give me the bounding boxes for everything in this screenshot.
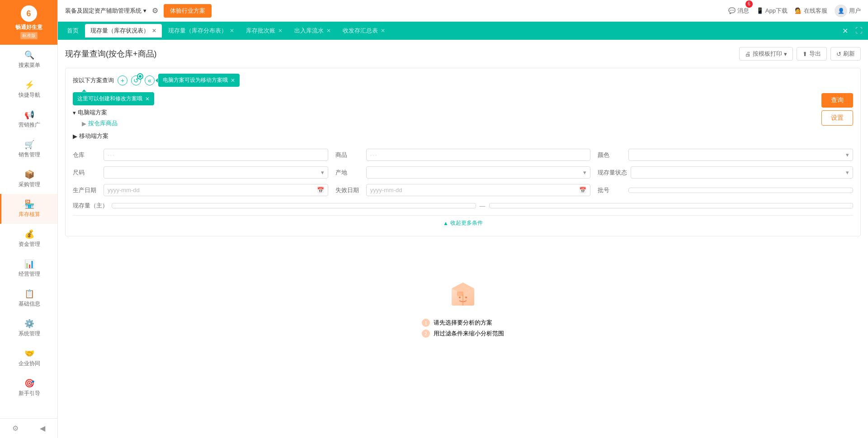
sidebar-item-guide[interactable]: 🎯 新手引导	[0, 373, 57, 403]
sidebar-item-marketing[interactable]: 📢 营销推广	[0, 104, 57, 134]
tab-inventory-distribution[interactable]: 现存量（库存分布表） ✕	[163, 24, 240, 38]
filter-fields: 仓库 ··· 商品 ··· 颜色	[73, 149, 853, 210]
print-icon: 🖨	[745, 51, 751, 57]
filter-field-size: 尺码 ▾	[73, 166, 328, 179]
app-download-button[interactable]: 📱 App下载	[756, 7, 788, 15]
production-date-input[interactable]: yyyy-mm-dd 📅	[104, 184, 328, 196]
settings-button[interactable]: ⚙	[9, 422, 22, 434]
sidebar-item-finance[interactable]: 💰 资金管理	[0, 224, 57, 254]
online-service-label: 在线客服	[804, 7, 827, 15]
expiry-date-input[interactable]: yyyy-mm-dd 📅	[366, 184, 591, 196]
content: 现存量查询(按仓库+商品) 🖨 按模板打印 ▾ ⬆ 导出 ↺ 刷新	[58, 40, 868, 438]
sidebar-item-inventory[interactable]: 🏪 库存核算	[0, 194, 57, 224]
sidebar-item-label-enterprise: 企业协同	[19, 360, 40, 367]
origin-select[interactable]: ▾	[366, 166, 591, 179]
tab-inventory-status[interactable]: 现存量（库存状况表） ✕	[85, 24, 162, 38]
print-label: 按模板打印	[753, 50, 782, 58]
settings-icon[interactable]: ⚙	[152, 6, 158, 15]
tab-close-summary[interactable]: ✕	[381, 28, 385, 34]
message-icon: 💬	[728, 7, 736, 14]
messages-button[interactable]: 💬 6 消息	[728, 7, 749, 15]
filter-refresh-button[interactable]: ↺	[131, 75, 141, 85]
operations-icon: 📊	[24, 259, 34, 269]
sidebar-item-basic-info[interactable]: 📋 基础信息	[0, 283, 57, 313]
filter-add-button[interactable]: +	[118, 75, 127, 85]
sidebar-bottom: ⚙ ◀	[0, 418, 57, 438]
size-select[interactable]: ▾	[104, 166, 328, 179]
sidebar-item-label-basic: 基础信息	[19, 300, 40, 308]
template-print-button[interactable]: 🖨 按模板打印 ▾	[739, 47, 793, 61]
sidebar-item-label-quicknav: 快捷导航	[19, 91, 40, 99]
chevron-down-icon: ▾	[73, 109, 76, 116]
filter-section: 按以下方案查询 + ↺ « 电脑方案可设为移动方案哦	[65, 68, 861, 236]
quicknav-icon: ⚡	[24, 80, 34, 90]
tab-close-batch-ledger[interactable]: ✕	[278, 28, 283, 34]
scheme-group-pc-label: 电脑端方案	[78, 108, 107, 117]
color-label: 颜色	[598, 151, 625, 159]
batch-input[interactable]	[628, 188, 853, 193]
search-button[interactable]: 查询	[821, 93, 853, 108]
sidebar-item-enterprise[interactable]: 🤝 企业协同	[0, 343, 57, 373]
sidebar-item-purchase[interactable]: 📦 采购管理	[0, 164, 57, 194]
svg-rect-3	[457, 292, 463, 296]
filter-back-button[interactable]: «	[145, 75, 155, 85]
sidebar-logo: 6 畅通好生意 标准版	[0, 0, 57, 45]
export-button[interactable]: ⬆ 导出	[797, 47, 827, 61]
refresh-icon: ↺	[836, 51, 841, 57]
tabbar-maximize-btn[interactable]: ⛶	[854, 25, 864, 37]
tab-close-inventory-status[interactable]: ✕	[152, 28, 156, 34]
stock-qty-min[interactable]	[112, 203, 476, 208]
set-button[interactable]: 设置	[821, 110, 853, 126]
online-service-button[interactable]: 💁 在线客服	[795, 7, 827, 15]
trial-button[interactable]: 体验行业方案	[164, 4, 212, 18]
basic-info-icon: 📋	[24, 289, 34, 299]
refresh-button[interactable]: ↺ 刷新	[830, 47, 861, 61]
tab-inout-flow[interactable]: 出入库流水 ✕	[289, 24, 336, 38]
export-icon: ⬆	[802, 51, 807, 57]
production-date-placeholder: yyyy-mm-dd	[108, 187, 140, 193]
tabbar-right: ✕ ⛶	[840, 25, 864, 37]
export-label: 导出	[809, 50, 821, 58]
tab-close-inventory-distribution[interactable]: ✕	[230, 28, 234, 34]
tooltip-close-1[interactable]: ✕	[231, 77, 235, 84]
user-button[interactable]: 👤 用户	[835, 5, 861, 17]
refresh-label: 刷新	[843, 50, 855, 58]
app-version: 标准版	[20, 32, 38, 39]
tab-inventory-status-label: 现存量（库存状况表）	[90, 27, 149, 35]
collapse-bar[interactable]: ▲ 收起更多条件	[73, 215, 853, 231]
sidebar-item-label-inventory: 库存核算	[19, 211, 40, 218]
system-select[interactable]: 装备及固定资产辅助管理系统 ▾	[65, 7, 146, 15]
download-icon: 📱	[756, 7, 764, 14]
warehouse-select[interactable]: ···	[104, 149, 328, 161]
sidebar-item-label-system: 系统管理	[19, 330, 40, 338]
sidebar-item-system[interactable]: ⚙️ 系统管理	[0, 313, 57, 343]
stock-qty-max[interactable]	[489, 203, 854, 208]
empty-state: 1 请先选择要分析的方案 2 用过滤条件来缩小分析范围	[65, 236, 861, 377]
scheme-group-pc-header[interactable]: ▾ 电脑端方案	[73, 107, 853, 118]
page-title-row: 现存量查询(按仓库+商品) 🖨 按模板打印 ▾ ⬆ 导出 ↺ 刷新	[65, 47, 861, 61]
tab-batch-ledger[interactable]: 库存批次账 ✕	[241, 24, 288, 38]
scheme-group-mobile-header[interactable]: ▶ 移动端方案	[73, 131, 853, 141]
empty-tip-1: 1 请先选择要分析的方案	[422, 319, 504, 327]
sidebar-item-quicknav[interactable]: ⚡ 快捷导航	[0, 75, 57, 104]
tab-summary[interactable]: 收发存汇总表 ✕	[337, 24, 391, 38]
filter-field-color: 颜色 ▾	[598, 149, 853, 161]
empty-tips: 1 请先选择要分析的方案 2 用过滤条件来缩小分析范围	[422, 319, 504, 340]
tooltip-scheme-create: 这里可以创建和修改方案哦 ✕	[73, 92, 154, 105]
sidebar-item-sales[interactable]: 🛒 销售管理	[0, 134, 57, 164]
collapse-sidebar-button[interactable]: ◀	[36, 422, 49, 434]
tooltip-close-2[interactable]: ✕	[145, 96, 150, 102]
stock-status-select[interactable]: ▾	[631, 166, 853, 179]
tab-home[interactable]: 首页	[61, 24, 84, 38]
product-select[interactable]: ···	[366, 149, 591, 161]
scheme-item-icon: ▶	[82, 120, 86, 127]
scheme-item-warehouse-product[interactable]: ▶ 按仓库商品	[82, 118, 853, 129]
tab-close-inout-flow[interactable]: ✕	[326, 28, 331, 34]
scheme-group-mobile: ▶ 移动端方案	[73, 131, 853, 141]
size-arrow-icon: ▾	[321, 169, 324, 176]
sidebar-item-search[interactable]: 🔍 搜索菜单	[0, 45, 57, 75]
user-label: 用户	[849, 7, 861, 15]
sidebar-item-operations[interactable]: 📊 经营管理	[0, 254, 57, 283]
tabbar-close-btn[interactable]: ✕	[840, 25, 850, 37]
color-select[interactable]: ▾	[628, 149, 853, 161]
